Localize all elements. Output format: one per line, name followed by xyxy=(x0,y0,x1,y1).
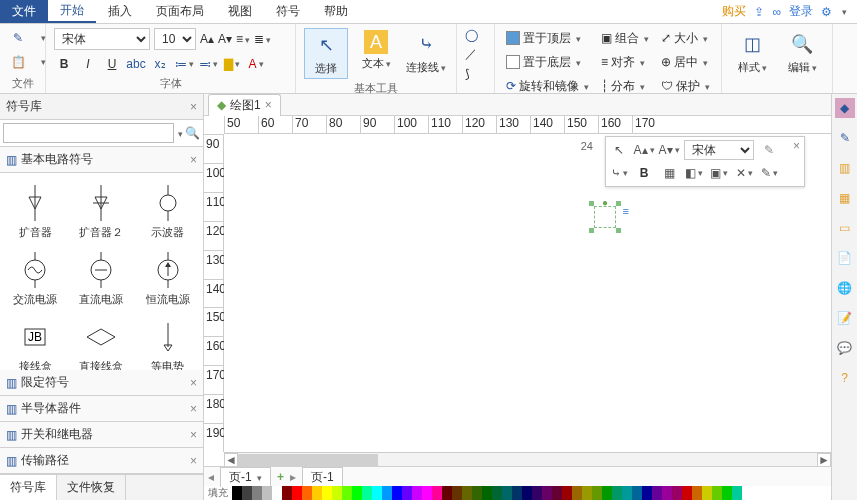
select-tool[interactable]: ↖选择 xyxy=(304,28,348,79)
font-color-icon[interactable]: A xyxy=(246,54,266,74)
doc-tab[interactable]: ◆ 绘图1 × xyxy=(208,94,281,116)
distribute[interactable]: ┆分布 xyxy=(598,76,652,96)
italic-icon[interactable]: I xyxy=(78,54,98,74)
align-v-menu[interactable]: ≣ xyxy=(254,32,271,46)
page-tab-2[interactable]: 页-1 xyxy=(302,467,343,487)
underline-icon[interactable]: U xyxy=(102,54,122,74)
scroll-right-icon[interactable]: ► xyxy=(817,453,831,467)
symbol-amplifier[interactable]: 扩音器 xyxy=(2,179,68,246)
ft-connector-icon[interactable]: ⤷ xyxy=(609,163,629,183)
share-icon[interactable]: ⇪ xyxy=(754,5,764,19)
page-add-icon[interactable]: + xyxy=(277,470,284,484)
edit-button[interactable]: 🔍编辑 xyxy=(780,28,824,77)
rsb-layers-icon[interactable]: ▥ xyxy=(835,158,855,178)
symbol-ac-source[interactable]: 交流电源 xyxy=(2,246,68,313)
symbol-dc-source[interactable]: 直流电源 xyxy=(68,246,134,313)
page-tab[interactable]: 页-1 xyxy=(220,467,271,487)
symbol-current-source[interactable]: 恒流电源 xyxy=(135,246,201,313)
highlight-icon[interactable]: ▇ xyxy=(222,54,242,74)
ft-brush-icon[interactable]: ✎ xyxy=(759,140,779,160)
connector-tool[interactable]: ⤷连接线 xyxy=(404,28,448,77)
panel-close-icon[interactable]: × xyxy=(190,100,197,114)
ft-shadow-icon[interactable]: ◧ xyxy=(684,163,704,183)
bold-icon[interactable]: B xyxy=(54,54,74,74)
gear-dropdown[interactable] xyxy=(840,7,847,17)
rsb-theme-icon[interactable]: ◆ xyxy=(835,98,855,118)
shape-arc-icon[interactable]: ⟆ xyxy=(465,67,470,81)
placed-shape[interactable]: ●≡ xyxy=(594,206,616,228)
search-icon[interactable]: 🔍 xyxy=(185,126,200,140)
cat-close-icon[interactable]: × xyxy=(190,376,197,390)
protect-menu[interactable]: 🛡保护 xyxy=(658,76,713,96)
decrease-font-icon[interactable]: A▾ xyxy=(218,32,232,46)
rsb-grid-icon[interactable]: ▦ xyxy=(835,188,855,208)
text-tool[interactable]: A文本 xyxy=(354,28,398,73)
hscrollbar[interactable]: ◄ ► xyxy=(224,452,831,466)
rsb-edit-icon[interactable]: ✎ xyxy=(835,128,855,148)
tab-start[interactable]: 开始 xyxy=(48,0,96,23)
rsb-chat-icon[interactable]: 💬 xyxy=(835,338,855,358)
rsb-shape-icon[interactable]: ▭ xyxy=(835,218,855,238)
login-link[interactable]: 登录 xyxy=(789,3,813,20)
align-h-menu[interactable]: ≡ xyxy=(236,32,250,46)
symbol-oscilloscope[interactable]: 示波器 xyxy=(135,179,201,246)
strike-icon[interactable]: abc xyxy=(126,54,146,74)
paste-icon[interactable]: 📋 xyxy=(8,52,28,72)
cat-semiconductor[interactable]: ▥半导体器件× xyxy=(0,396,203,422)
tab-view[interactable]: 视图 xyxy=(216,0,264,23)
increase-font-icon[interactable]: A▴ xyxy=(200,32,214,46)
cat-switch-relay[interactable]: ▥开关和继电器× xyxy=(0,422,203,448)
ft-font-select[interactable]: 宋体 xyxy=(684,140,754,160)
symbol-search-input[interactable] xyxy=(3,123,174,143)
center-menu[interactable]: ⊕居中 xyxy=(658,52,713,72)
file-menu[interactable]: 文件 xyxy=(0,0,48,23)
bring-front[interactable]: 置于顶层 xyxy=(503,28,592,48)
scroll-left-icon[interactable]: ◄ xyxy=(224,453,238,467)
network-share-icon[interactable]: ∞ xyxy=(772,5,781,19)
ft-group-icon[interactable]: ▣ xyxy=(709,163,729,183)
float-close-icon[interactable]: × xyxy=(793,139,800,153)
ft-tools-icon[interactable]: ✕ xyxy=(734,163,754,183)
cat-basic-circuit[interactable]: ▥基本电路符号× xyxy=(0,147,203,173)
ft-cursor-icon[interactable]: ↖ xyxy=(609,140,629,160)
rsb-help-icon[interactable]: ? xyxy=(835,368,855,388)
symbol-amplifier-2[interactable]: 扩音器２ xyxy=(68,179,134,246)
cat-close-icon[interactable]: × xyxy=(190,402,197,416)
shape-line-icon[interactable]: ／ xyxy=(465,46,477,63)
rsb-doc-icon[interactable]: 📄 xyxy=(835,248,855,268)
symbol-direct-junction[interactable]: 直接线盒 xyxy=(68,313,134,370)
page-first-icon[interactable]: ◂ xyxy=(208,470,214,484)
color-palette[interactable] xyxy=(232,486,831,500)
canvas[interactable]: 24 × ↖ A▴ A▾ 宋体 ✎ ⤷ B ▦ ◧ ▣ xyxy=(224,134,831,452)
page-next-icon[interactable]: ▸ xyxy=(290,470,296,484)
rsb-globe-icon[interactable]: 🌐 xyxy=(835,278,855,298)
symbol-equipotential[interactable]: 等电势 xyxy=(135,313,201,370)
tab-layout[interactable]: 页面布局 xyxy=(144,0,216,23)
search-dropdown[interactable] xyxy=(176,126,183,140)
left-tab-recovery[interactable]: 文件恢复 xyxy=(57,475,126,500)
cat-close-icon[interactable]: × xyxy=(190,153,197,167)
size-menu[interactable]: ⤢大小 xyxy=(658,28,713,48)
ft-fill-icon[interactable]: ▦ xyxy=(659,163,679,183)
ft-dec-font[interactable]: A▾ xyxy=(659,140,679,160)
numbering-icon[interactable]: ≕ xyxy=(198,54,218,74)
font-size-select[interactable]: 10 xyxy=(154,28,196,50)
ft-edit-icon[interactable]: ✎ xyxy=(759,163,779,183)
shape-oval-icon[interactable]: ◯ xyxy=(465,28,478,42)
rotate-mirror[interactable]: ⟳旋转和镜像 xyxy=(503,76,592,96)
style-button[interactable]: ◫样式 xyxy=(730,28,774,77)
cat-qualifier[interactable]: ▥限定符号× xyxy=(0,370,203,396)
tab-help[interactable]: 帮助 xyxy=(312,0,360,23)
cat-close-icon[interactable]: × xyxy=(190,428,197,442)
align-shapes[interactable]: ≡对齐 xyxy=(598,52,652,72)
cat-transmission[interactable]: ▥传输路径× xyxy=(0,448,203,474)
doc-close-icon[interactable]: × xyxy=(265,98,272,112)
bullets-icon[interactable]: ≔ xyxy=(174,54,194,74)
gear-icon[interactable]: ⚙ xyxy=(821,5,832,19)
tab-insert[interactable]: 插入 xyxy=(96,0,144,23)
symbol-junction-box[interactable]: JB接线盒 xyxy=(2,313,68,370)
rsb-note-icon[interactable]: 📝 xyxy=(835,308,855,328)
buy-link[interactable]: 购买 xyxy=(722,3,746,20)
font-name-select[interactable]: 宋体 xyxy=(54,28,150,50)
ft-inc-font[interactable]: A▴ xyxy=(634,140,654,160)
